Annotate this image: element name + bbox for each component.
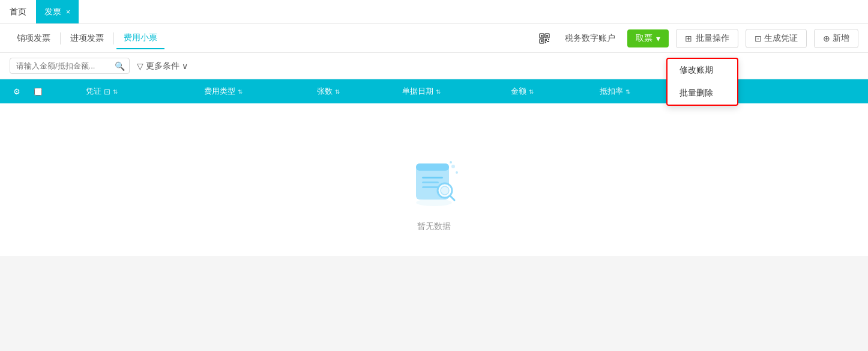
batch-op-label: 批量操作 (696, 33, 729, 44)
th-settings[interactable]: ⚙ (5, 87, 29, 96)
svg-rect-6 (545, 39, 547, 41)
svg-rect-12 (416, 163, 449, 171)
count-sort-icon: ⇅ (335, 88, 340, 95)
th-count-label: 张数 (317, 86, 333, 97)
tab-sales-invoice[interactable]: 销项发票 (10, 28, 58, 49)
deduct-rate-sort-icon: ⇅ (625, 88, 630, 95)
svg-point-19 (451, 165, 455, 168)
add-icon: ⊕ (823, 34, 830, 43)
th-voucher[interactable]: 凭证 ⊡ ⇅ (47, 86, 156, 97)
add-label: 新增 (833, 33, 849, 44)
svg-line-18 (450, 196, 454, 200)
search-input[interactable] (10, 58, 130, 74)
gen-voucher-button[interactable]: ⊡ 生成凭证 (746, 29, 807, 48)
th-checkbox[interactable] (29, 88, 47, 96)
more-conditions-label: 更多条件 (146, 61, 179, 72)
th-amount-label: 金额 (511, 86, 526, 97)
svg-rect-14 (422, 182, 439, 183)
toolbar-right: 税务数字账户 取票 ▾ ⊞ 批量操作 修改账期 批量删除 ⊡ 生成凭证 ⊕ (536, 29, 858, 48)
batch-op-icon: ⊞ (685, 34, 692, 43)
batch-op-dropdown: 修改账期 批量删除 (666, 58, 738, 106)
empty-state-text: 暂无数据 (417, 221, 451, 232)
voucher-sort-icon: ⇅ (113, 88, 118, 95)
dropdown-batch-delete[interactable]: 批量删除 (668, 82, 737, 105)
th-amount[interactable]: 金额 ⇅ (476, 86, 568, 97)
th-date[interactable]: 单据日期 ⇅ (366, 86, 475, 97)
search-icon[interactable]: 🔍 (115, 61, 125, 71)
get-ticket-button[interactable]: 取票 ▾ (627, 29, 669, 47)
batch-op-wrap: ⊞ 批量操作 修改账期 批量删除 (676, 29, 738, 48)
th-deduct-rate-label: 抵扣率 (600, 86, 623, 97)
tab-divider-2 (113, 32, 114, 44)
th-deduct-rate[interactable]: 抵扣率 ⇅ (568, 86, 661, 97)
tab-divider-1 (60, 32, 61, 44)
svg-rect-9 (547, 41, 549, 42)
batch-op-button[interactable]: ⊞ 批量操作 (676, 29, 738, 48)
svg-rect-3 (546, 35, 548, 37)
home-tab[interactable]: 首页 (0, 0, 36, 23)
tax-digital-button[interactable]: 税务数字账户 (560, 31, 620, 46)
add-button[interactable]: ⊕ 新增 (814, 29, 858, 48)
get-ticket-arrow-icon: ▾ (656, 34, 660, 43)
svg-point-17 (441, 186, 449, 195)
gen-voucher-label: 生成凭证 (764, 33, 798, 44)
empty-state: 暂无数据 (0, 103, 868, 256)
th-date-label: 单据日期 (402, 86, 433, 97)
search-input-wrap: 🔍 (10, 58, 130, 74)
svg-rect-8 (545, 41, 546, 43)
gen-voucher-icon: ⊡ (755, 34, 762, 43)
svg-rect-5 (541, 40, 543, 42)
svg-point-20 (456, 171, 458, 174)
more-conditions-button[interactable]: ▽ 更多条件 ∨ (137, 61, 188, 72)
svg-rect-7 (548, 39, 549, 40)
qr-icon (538, 32, 550, 44)
svg-point-21 (450, 161, 452, 163)
select-all-checkbox[interactable] (34, 88, 42, 96)
close-icon[interactable]: × (66, 8, 70, 16)
empty-state-icon (404, 151, 464, 212)
invoice-tab-label: 发票 (44, 7, 61, 17)
th-count[interactable]: 张数 ⇅ (291, 86, 367, 97)
filter-icon: ▽ (137, 61, 143, 71)
tab-input-invoice[interactable]: 进项发票 (63, 28, 111, 49)
th-expense-type-label: 费用类型 (204, 86, 235, 97)
th-voucher-label: 凭证 (86, 86, 101, 97)
svg-rect-1 (541, 35, 543, 37)
more-conditions-arrow-icon: ∨ (182, 61, 188, 71)
toolbar: 销项发票 进项发票 费用小票 税务数字账户 取票 ▾ (0, 24, 868, 53)
date-sort-icon: ⇅ (436, 88, 441, 95)
get-ticket-label: 取票 (636, 33, 653, 44)
invoice-tab[interactable]: 发票 × (36, 0, 79, 23)
amount-sort-icon: ⇅ (529, 88, 534, 95)
th-voucher-icon: ⊡ (104, 87, 110, 96)
top-nav: 首页 发票 × (0, 0, 868, 24)
dropdown-modify-period[interactable]: 修改账期 (668, 59, 737, 82)
th-expense-type[interactable]: 费用类型 ⇅ (156, 86, 291, 97)
svg-point-10 (416, 199, 452, 206)
qr-code-button[interactable] (536, 30, 553, 47)
svg-rect-13 (422, 177, 443, 179)
tab-expense-ticket[interactable]: 费用小票 (116, 28, 164, 49)
settings-icon: ⚙ (13, 87, 20, 96)
expense-type-sort-icon: ⇅ (238, 88, 243, 95)
